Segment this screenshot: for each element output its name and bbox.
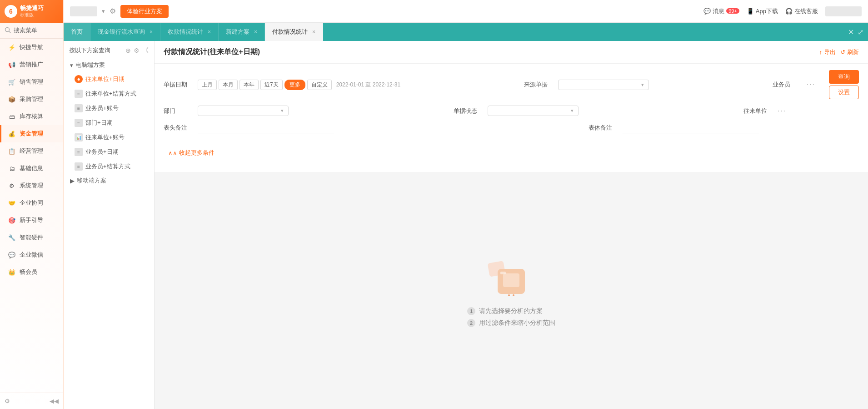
dropdown-arrow-icon[interactable]: ▾ <box>102 8 105 15</box>
sidebar-item-inventory[interactable]: 🗃 库存核算 <box>0 108 63 125</box>
tab-income-stats[interactable]: 收款情况统计 × <box>160 23 219 41</box>
date-btn-this-month[interactable]: 本月 <box>219 80 238 90</box>
plan-icon-salesperson-settlement: ≡ <box>75 162 83 171</box>
date-btn-custom[interactable]: 自定义 <box>307 80 332 90</box>
topbar-right: 💬 消息 99+ 📱 App下载 🎧 在线客服 <box>703 6 862 16</box>
tab-payment-stats-label: 付款情况统计 <box>272 28 308 36</box>
panel-collapse-icon[interactable]: 《 <box>142 46 149 55</box>
app-download-button[interactable]: 📱 App下载 <box>747 7 778 15</box>
tab-home[interactable]: 首页 <box>64 23 90 41</box>
tab-bank-flow-close[interactable]: × <box>150 29 153 35</box>
plan-group-desktop-title[interactable]: ▾ 电脑端方案 <box>68 58 150 72</box>
settings-button[interactable]: 设置 <box>829 86 859 99</box>
tab-close-all-icon[interactable]: ✕ <box>848 28 854 36</box>
body-note-input[interactable] <box>623 122 759 133</box>
date-btn-this-year[interactable]: 本年 <box>239 80 259 90</box>
inventory-icon: 🗃 <box>8 112 16 121</box>
member-icon: 👑 <box>8 268 16 276</box>
partner-select[interactable]: ··· <box>778 107 786 115</box>
online-service-button[interactable]: 🎧 在线客服 <box>785 7 818 15</box>
body-note-label: 表体备注 <box>589 124 614 132</box>
topbar-left: ▾ ⚙ 体验行业方案 <box>70 5 699 18</box>
plan-group-desktop: ▾ 电脑端方案 ● 往来单位+日期 ≡ 往来单位+结算方式 ≡ 业务员+账号 <box>64 58 154 174</box>
sidebar-item-label: 采购管理 <box>20 95 43 103</box>
plan-item-label: 往来单位+结算方式 <box>85 90 136 98</box>
tab-bank-flow[interactable]: 现金银行流水查询 × <box>90 23 160 41</box>
sidebar-item-hardware[interactable]: 🔧 智能硬件 <box>0 229 63 246</box>
sidebar-collapse-icon[interactable]: ◀◀ <box>50 398 59 404</box>
sidebar-item-member[interactable]: 👑 畅会员 <box>0 263 63 281</box>
salesperson-select[interactable]: ··· <box>807 81 815 89</box>
sidebar-item-label: 基础信息 <box>20 164 43 172</box>
empty-tip-1: 1 请先选择要分析的方案 <box>467 307 555 315</box>
sidebar-item-label: 企业微信 <box>20 251 43 259</box>
plan-icon-dept-date: ≡ <box>75 119 83 127</box>
sidebar-item-label: 畅会员 <box>20 268 37 276</box>
tab-payment-stats[interactable]: 付款情况统计 × <box>265 23 323 41</box>
plan-item-salesperson-settlement[interactable]: ≡ 业务员+结算方式 <box>68 159 150 174</box>
sidebar-item-label: 营销推广 <box>20 61 43 69</box>
plan-item-salesperson-date[interactable]: ≡ 业务员+日期 <box>68 145 150 159</box>
date-btn-more[interactable]: 更多 <box>284 80 305 90</box>
logo-icon: 6 <box>5 5 17 18</box>
sidebar-item-purchase[interactable]: 📦 采购管理 <box>0 91 63 108</box>
plan-item-salesperson-account[interactable]: ≡ 业务员+账号 <box>68 101 150 116</box>
plan-group-label: 电脑端方案 <box>75 61 105 69</box>
operations-icon: 📋 <box>8 147 16 155</box>
tip-num-1: 1 <box>467 307 475 315</box>
sidebar-item-sales[interactable]: 🛒 销售管理 <box>0 73 63 91</box>
left-panel-header: 按以下方案查询 ⊕ ⚙ 《 <box>64 41 154 58</box>
dept-select[interactable]: ▾ <box>198 106 289 116</box>
date-btn-last-month[interactable]: 上月 <box>198 80 217 90</box>
plan-item-dept-date[interactable]: ≡ 部门+日期 <box>68 116 150 130</box>
plan-item-partner-settlement[interactable]: ≡ 往来单位+结算方式 <box>68 86 150 101</box>
search-icon <box>5 27 11 35</box>
sidebar-item-guide[interactable]: 🎯 新手引导 <box>0 212 63 229</box>
sidebar-item-label: 企业协同 <box>20 199 43 207</box>
trial-button[interactable]: 体验行业方案 <box>120 5 169 18</box>
sidebar-item-system[interactable]: ⚙ 系统管理 <box>0 177 63 194</box>
doc-status-label: 单据状态 <box>454 107 479 115</box>
svg-rect-5 <box>500 272 506 274</box>
dept-label: 部门 <box>164 107 189 115</box>
date-btn-7days[interactable]: 近7天 <box>260 80 283 90</box>
header-note-input[interactable] <box>198 122 334 133</box>
tab-income-stats-label: 收款情况统计 <box>168 28 203 36</box>
sidebar-item-finance[interactable]: 💰 资金管理 <box>0 125 63 142</box>
collapse-button[interactable]: ∧∧ 收起更多条件 <box>168 149 854 157</box>
sidebar-item-basic[interactable]: 🗂 基础信息 <box>0 160 63 177</box>
plan-item-label: 业务员+账号 <box>85 104 119 112</box>
tab-new-plan[interactable]: 新建方案 × <box>219 23 265 41</box>
tab-income-stats-close[interactable]: × <box>208 29 211 35</box>
tab-new-plan-close[interactable]: × <box>254 29 257 35</box>
sidebar-search[interactable]: 搜索菜单 <box>0 23 63 39</box>
plan-item-partner-date[interactable]: ● 往来单位+日期 <box>68 72 150 86</box>
plan-group-mobile-title[interactable]: ▶ 移动端方案 <box>68 174 150 187</box>
sidebar-item-wechat[interactable]: 💬 企业微信 <box>0 246 63 263</box>
add-plan-icon[interactable]: ⊕ <box>125 47 131 54</box>
user-info-block[interactable] <box>825 6 862 16</box>
refresh-button[interactable]: ↺ 刷新 <box>840 48 859 56</box>
sidebar-item-operations[interactable]: 📋 经营管理 <box>0 142 63 160</box>
user-avatar <box>70 6 97 16</box>
plan-item-partner-account[interactable]: 📊 往来单位+账号 <box>68 130 150 145</box>
wechat-icon: 💬 <box>8 251 16 259</box>
messages-button[interactable]: 💬 消息 99+ <box>703 7 739 15</box>
source-select[interactable]: ▾ <box>558 80 649 90</box>
page-header-actions: ↑ 导出 ↺ 刷新 <box>819 48 859 63</box>
plan-icon-partner-settlement: ≡ <box>75 90 83 98</box>
topbar-settings-icon[interactable]: ⚙ <box>110 7 116 15</box>
sidebar-item-marketing[interactable]: 📢 营销推广 <box>0 56 63 73</box>
tab-payment-stats-close[interactable]: × <box>312 29 315 35</box>
query-button[interactable]: 查询 <box>829 70 859 84</box>
tab-maximize-icon[interactable]: ⤢ <box>858 28 863 36</box>
sidebar-settings-icon[interactable]: ⚙ <box>5 398 10 404</box>
plan-settings-icon[interactable]: ⚙ <box>134 47 140 54</box>
sidebar-item-collab[interactable]: 🤝 企业协同 <box>0 194 63 212</box>
doc-status-select[interactable]: ▾ <box>488 106 579 116</box>
collapse-bar: ∧∧ 收起更多条件 <box>164 140 859 166</box>
export-button[interactable]: ↑ 导出 <box>819 48 836 56</box>
message-icon: 💬 <box>703 8 711 15</box>
plan-group-arrow-icon: ▾ <box>70 62 73 69</box>
sidebar-item-quick-nav[interactable]: ⚡ 快捷导航 <box>0 39 63 56</box>
